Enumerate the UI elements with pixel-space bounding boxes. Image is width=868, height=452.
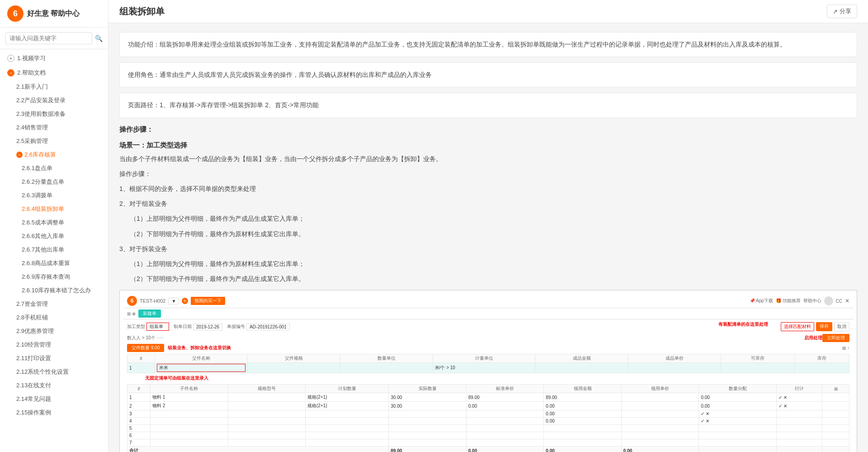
mock-avatar	[824, 296, 833, 305]
mock-app-titlebar: 6 TEST-H002 ▼ ↻ 预期的买一下 📌 App下载 🎁 功能推荐 帮助…	[123, 294, 853, 308]
top-bar: 组装拆卸单 ↗ 分享	[108, 0, 868, 23]
sidebar-item-2-6-5[interactable]: 2.6.5成本调整单	[0, 216, 108, 229]
sidebar-item-2-6-2[interactable]: 2.6.2分量盘点单	[0, 175, 108, 189]
sidebar-item-2-7[interactable]: 2.7资金管理	[0, 297, 108, 311]
sidebar-item-2-6-3[interactable]: 2.6.3调拨单	[0, 189, 108, 202]
mock-app-id: TEST-H002	[140, 298, 165, 304]
sub-item-label: 2.8手机旺铺	[16, 314, 48, 321]
mock-top-right-actions: ⊞ ↑	[842, 346, 849, 351]
logo-icon: 6	[7, 5, 24, 22]
sidebar-item-2-11[interactable]: 2.11打印设置	[0, 352, 108, 365]
sidebar-item-label: 1.视频学习	[17, 54, 46, 62]
mock-form-area: 加工类型 组装单 制单日期 2019-12-26 单据编号	[123, 319, 853, 452]
mock-sub-table-foot: 合计 89.00 0.00 0.00 0.00	[127, 447, 849, 452]
search-box: 🔍	[0, 28, 108, 49]
sidebar-item-2-6-4[interactable]: 2.6.4组装拆卸单	[0, 202, 108, 216]
sub-item-label: 2.5采购管理	[16, 138, 48, 144]
mock-parent-table-body: 1 米米 米/个 > 10	[127, 363, 849, 373]
sidebar-header: 6 好生意 帮助中心	[0, 0, 108, 28]
sidebar-item-2-12[interactable]: 2.12系统个性化设置	[0, 365, 108, 379]
sidebar-item-2-6[interactable]: − 2.6库存核算	[0, 148, 108, 162]
sidebar-item-2-6-6[interactable]: 2.6.6其他入库单	[0, 229, 108, 243]
sidebar-item-2-9[interactable]: 2.9优惠券管理	[0, 324, 108, 338]
mock-dropdown: ▼	[168, 298, 179, 305]
sidebar-item-2-10[interactable]: 2.10经营管理	[0, 338, 108, 352]
sidebar-item-2-2[interactable]: 2.2产品安装及登录	[0, 94, 108, 107]
table-row: 4 0.00 ✓ ✕	[127, 418, 849, 425]
sub-item-label: 2.1新手入门	[16, 83, 48, 90]
mock-no-input: AD-20191226-001	[246, 324, 290, 330]
mock-parent-table: # 父件名称 父件规格 数量单位 计量单位 成品金额 成品单价 可库存 库存	[127, 354, 849, 373]
sidebar-item-2-14[interactable]: 2.14常见问题	[0, 392, 108, 406]
expand-icon-2-6: −	[16, 152, 23, 158]
sub-item-label: 2.6库存核算	[24, 151, 56, 159]
mock-parent-table-head: # 父件名称 父件规格 数量单位 计量单位 成品金额 成品单价 可库存 库存	[127, 354, 849, 363]
sidebar-item-2-15[interactable]: 2.15操作案例	[0, 406, 108, 419]
annotation3: 启用处理	[804, 335, 822, 341]
mock-sub-table: # 子件名称 规格型号 计划数量 实际数量 标准单价 领用金额 领用单价 数量分…	[127, 384, 849, 452]
sidebar-item-2-6-8[interactable]: 2.6.8商品成本重算	[0, 257, 108, 270]
sub-item-label: 2.2产品安装及登录	[16, 97, 66, 104]
mock-type-field: 加工类型 组装单	[127, 323, 169, 331]
sidebar-item-2-6-10[interactable]: 2.6.10库存账本错了怎么办	[0, 284, 108, 297]
sidebar-item-videos[interactable]: + 1.视频学习	[0, 51, 108, 66]
step3-text: 3、对于拆装业务	[119, 243, 857, 255]
table-row: 2 物料 2 规格(2+1) 30.00 0.00 0.00 0.00 ✓ ✕	[127, 402, 849, 410]
step1-text: 1、根据不同的业务，选择不同单据的类型来处理	[119, 183, 857, 195]
mock-logo: 6	[127, 296, 137, 306]
mock-left-bar: 6 TEST-H002 ▼ ↻ 预期的买一下	[127, 296, 225, 306]
search-button[interactable]: 🔍	[95, 35, 103, 42]
mock-num-input	[157, 337, 163, 339]
sidebar: 6 好生意 帮助中心 🔍 + 1.视频学习 − 2.帮助文档 2.1新手入门 2…	[0, 0, 108, 452]
annotation5-area: 无固定清单可由组装在这里录入	[127, 375, 849, 381]
mock-sub-table-body: 1 物料 1 规格(2+1) 30.00 89.00 89.00 0.00 ✓ …	[127, 393, 849, 447]
sidebar-item-2-1[interactable]: 2.1新手入门	[0, 80, 108, 94]
share-button[interactable]: ↗ 分享	[827, 5, 857, 18]
mock-match-btn: 选择匹配材料	[781, 322, 814, 331]
sub-item-label: 2.15操作案例	[16, 409, 51, 416]
sub-item-label: 2.4销售管理	[16, 124, 48, 131]
mock-cancel-btn: 取消	[834, 322, 849, 331]
step2-2-text: （2）下部明细为子件明细，最终作为原材料生成某它出库单。	[130, 228, 857, 240]
sidebar-item-2-6-1[interactable]: 2.6.1盘点单	[0, 162, 108, 175]
sidebar-item-2-5[interactable]: 2.5采购管理	[0, 134, 108, 148]
table-row: 3 0.00 ✓ ✕	[127, 410, 849, 418]
table-row: 5	[127, 425, 849, 432]
sub-item-label: 2.14常见问题	[16, 395, 51, 402]
mock-close-icon: ✕	[845, 298, 849, 304]
scene1-desc: 当由多个子件材料组装成一个成品的业务为【组装】业务，当由一个父件拆分成多个子产品…	[119, 153, 857, 165]
share-icon: ↗	[833, 8, 838, 15]
sidebar-item-2-6-9[interactable]: 2.6.9库存账本查询	[0, 270, 108, 284]
mock-form-row2: 数入人 > 10个 启用处理 立即处理	[127, 334, 849, 342]
sidebar-item-2-3[interactable]: 2.3使用前数据准备	[0, 107, 108, 121]
mock-action-btns: 选择匹配材料 保存 取消	[781, 322, 849, 331]
expand-icon: +	[7, 55, 14, 62]
sidebar-item-2-4[interactable]: 2.4销售管理	[0, 121, 108, 134]
table-row: 7	[127, 439, 849, 447]
path-text: 页面路径：1、库存核算->库存管理->组装拆卸单 2、首页->常用功能	[128, 101, 319, 109]
expand-icon-active: −	[7, 69, 14, 76]
step2-text: 2、对于组装业务	[119, 198, 857, 209]
screenshot-mock: 6 TEST-H002 ▼ ↻ 预期的买一下 📌 App下载 🎁 功能推荐 帮助…	[120, 290, 857, 452]
mock-date-input: 2019-12-26	[193, 324, 222, 330]
role-text: 使用角色：通常由生产人员或库管人员完成拆装业务的操作，库管人员确认原材料的出库和…	[128, 71, 432, 78]
scene1-title: 场景一：加工类型选择	[119, 141, 187, 149]
page-title: 组装拆卸单	[119, 5, 165, 18]
mock-active-tab: 新建单	[138, 309, 161, 318]
mock-process-btn: 立即处理	[822, 334, 849, 342]
sidebar-item-2-8[interactable]: 2.8手机旺铺	[0, 311, 108, 324]
steps-intro-label: 操作步骤：	[119, 168, 857, 180]
search-input[interactable]	[5, 32, 92, 44]
mock-orange-bar: 父件数量 9.00 组装业务、拆卸业务在这里切换 ⊞ ↑	[127, 344, 849, 352]
table-row: 6	[127, 432, 849, 439]
mock-refresh-icon: ↻	[182, 298, 188, 304]
sub-item-label: 2.13在线支付	[16, 382, 51, 389]
sidebar-item-docs[interactable]: − 2.帮助文档	[0, 66, 108, 80]
sidebar-item-2-13[interactable]: 2.13在线支付	[0, 379, 108, 392]
sidebar-item-2-6-7[interactable]: 2.6.7其他出库单	[0, 243, 108, 257]
step3-1-text: （1）上部明细为父件明细，最终作为原材料生成某它出库单；	[130, 258, 857, 270]
step3-2-text: （2）下部明细为子件明细，最终作为产成品生成某它入库单。	[130, 273, 857, 285]
mock-no-field: 单据编号 AD-20191226-001	[227, 324, 290, 330]
role-block: 使用角色：通常由生产人员或库管人员完成拆装业务的操作，库管人员确认原材料的出库和…	[119, 62, 857, 87]
steps-heading: 操作步骤：	[119, 125, 857, 134]
